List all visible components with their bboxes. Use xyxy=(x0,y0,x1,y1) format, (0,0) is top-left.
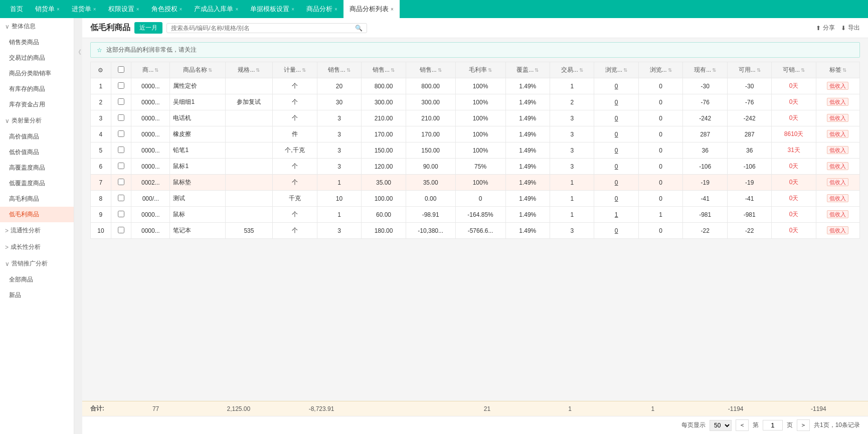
close-icon[interactable]: × xyxy=(235,7,238,12)
next-page-button[interactable]: ＞ xyxy=(797,419,810,431)
share-button[interactable]: ⬆ 分享 xyxy=(816,24,835,32)
row-checkbox[interactable] xyxy=(118,163,124,169)
cell-checkbox[interactable] xyxy=(111,223,131,239)
row-checkbox[interactable] xyxy=(118,114,124,121)
col-header-sellable[interactable]: 可销...⇅ xyxy=(772,62,816,78)
close-icon[interactable]: × xyxy=(180,7,183,12)
nav-item-销货单[interactable]: 销货单× xyxy=(29,0,66,18)
close-icon[interactable]: × xyxy=(93,7,96,12)
sidebar-group-类射量分析[interactable]: ∨类射量分析 xyxy=(0,112,74,129)
sort-icon[interactable]: ⇅ xyxy=(623,67,627,73)
cell-view1[interactable]: 0 xyxy=(594,142,638,159)
cell-checkbox[interactable] xyxy=(111,110,131,126)
row-checkbox[interactable] xyxy=(118,195,124,201)
row-checkbox[interactable] xyxy=(118,179,124,185)
sort-icon[interactable]: ⇅ xyxy=(579,67,583,73)
view1-link[interactable]: 0 xyxy=(615,163,618,170)
sort-icon[interactable]: ⇅ xyxy=(346,67,351,73)
col-header-view1[interactable]: 浏览...⇅ xyxy=(594,62,638,78)
view1-link[interactable]: 0 xyxy=(615,115,618,122)
view1-link[interactable]: 0 xyxy=(615,83,618,90)
view1-link[interactable]: 0 xyxy=(615,179,618,186)
sort-icon[interactable]: ⇅ xyxy=(757,67,761,73)
row-checkbox[interactable] xyxy=(118,130,124,137)
sort-icon[interactable]: ⇅ xyxy=(535,67,539,73)
nav-item-商品分析[interactable]: 商品分析× xyxy=(300,0,343,18)
nav-item-进货单[interactable]: 进货单× xyxy=(66,0,102,18)
nav-item-商品分析列表[interactable]: 商品分析列表× xyxy=(343,0,400,18)
select-all-checkbox[interactable] xyxy=(118,66,124,73)
row-checkbox[interactable] xyxy=(118,211,124,217)
cell-checkbox[interactable] xyxy=(111,207,131,223)
sidebar-item-高价值商品[interactable]: 高价值商品 xyxy=(0,129,74,144)
cell-view1[interactable]: 0 xyxy=(594,191,638,207)
sidebar-group-流通性分析[interactable]: >流通性分析 xyxy=(0,222,74,239)
cell-checkbox[interactable] xyxy=(111,191,131,207)
sidebar-item-低覆盖度商品[interactable]: 低覆盖度商品 xyxy=(0,176,74,191)
row-checkbox[interactable] xyxy=(118,98,124,105)
view1-link[interactable]: 0 xyxy=(615,147,618,154)
view1-link[interactable]: 0 xyxy=(615,131,618,138)
col-header-current_stock[interactable]: 现有...⇅ xyxy=(683,62,727,78)
search-input[interactable] xyxy=(171,25,355,32)
nav-item-权限设置[interactable]: 权限设置× xyxy=(102,0,145,18)
col-header-sales_profit[interactable]: 销售...⇅ xyxy=(406,62,455,78)
col-header-unit[interactable]: 计量...⇅ xyxy=(273,62,317,78)
cell-view1[interactable]: 0 xyxy=(594,159,638,175)
cell-checkbox[interactable] xyxy=(111,78,131,94)
cell-checkbox[interactable] xyxy=(111,126,131,142)
col-header-coverage[interactable]: 覆盖...⇅ xyxy=(505,62,550,78)
col-header-usable[interactable]: 可用...⇅ xyxy=(727,62,771,78)
sort-icon[interactable]: ⇅ xyxy=(712,67,716,73)
sidebar-item-库存资金占用[interactable]: 库存资金占用 xyxy=(0,97,74,112)
sort-icon[interactable]: ⇅ xyxy=(801,67,805,73)
row-checkbox[interactable] xyxy=(118,227,124,233)
close-icon[interactable]: × xyxy=(57,7,60,12)
prev-page-button[interactable]: ＜ xyxy=(736,419,749,431)
view1-link[interactable]: 0 xyxy=(615,227,618,234)
sort-icon[interactable]: ⇅ xyxy=(302,67,306,73)
view1-link[interactable]: 0 xyxy=(615,195,618,202)
nav-item-产成品入库单[interactable]: 产成品入库单× xyxy=(188,0,244,18)
sidebar-item-高毛利商品[interactable]: 高毛利商品 xyxy=(0,191,74,207)
row-checkbox[interactable] xyxy=(118,82,124,89)
col-header-gross_rate[interactable]: 毛利率⇅ xyxy=(455,62,505,78)
sidebar-item-高覆盖度商品[interactable]: 高覆盖度商品 xyxy=(0,160,74,176)
sort-icon[interactable]: ⇅ xyxy=(842,67,846,73)
date-filter-button[interactable]: 近一月 xyxy=(134,22,162,34)
view1-link[interactable]: 1 xyxy=(615,211,618,218)
row-checkbox[interactable] xyxy=(118,147,124,153)
sidebar-item-有库存的商品[interactable]: 有库存的商品 xyxy=(0,81,74,97)
sidebar-group-整体信息[interactable]: ∨整体信息 xyxy=(0,18,74,35)
cell-view1[interactable]: 0 xyxy=(594,126,638,142)
sidebar-item-新品[interactable]: 新品 xyxy=(0,287,74,303)
close-icon[interactable]: × xyxy=(391,7,394,12)
sort-icon[interactable]: ⇅ xyxy=(391,67,395,73)
col-header-code[interactable]: 商...⇅ xyxy=(131,62,170,78)
sort-icon[interactable]: ⇅ xyxy=(668,67,672,73)
cell-view1[interactable]: 0 xyxy=(594,94,638,110)
search-icon[interactable]: 🔍 xyxy=(355,25,363,32)
sidebar-item-商品分类助销率[interactable]: 商品分类助销率 xyxy=(0,66,74,81)
cell-view1[interactable]: 0 xyxy=(594,175,638,191)
cell-view1[interactable]: 0 xyxy=(594,223,638,239)
sidebar-group-成长性分析[interactable]: >成长性分析 xyxy=(0,239,74,255)
col-header-view2[interactable]: 浏览...⇅ xyxy=(638,62,682,78)
cell-checkbox[interactable] xyxy=(111,175,131,191)
cell-view1[interactable]: 1 xyxy=(594,207,638,223)
export-button[interactable]: ⬇ 导出 xyxy=(841,24,860,32)
cell-checkbox[interactable] xyxy=(111,142,131,159)
cell-view1[interactable]: 0 xyxy=(594,110,638,126)
cell-checkbox[interactable] xyxy=(111,159,131,175)
cell-view1[interactable]: 0 xyxy=(594,78,638,94)
sidebar-item-低毛利商品[interactable]: 低毛利商品 xyxy=(0,207,74,222)
col-header-trade_count[interactable]: 交易...⇅ xyxy=(550,62,594,78)
sidebar-item-交易过的商品[interactable]: 交易过的商品 xyxy=(0,50,74,66)
close-icon[interactable]: × xyxy=(334,7,337,12)
sidebar-item-低价值商品[interactable]: 低价值商品 xyxy=(0,144,74,160)
sidebar-group-营销推广分析[interactable]: ∨营销推广分析 xyxy=(0,255,74,272)
col-header-name[interactable]: 商品名称⇅ xyxy=(170,62,225,78)
cell-checkbox[interactable] xyxy=(111,94,131,110)
sort-icon[interactable]: ⇅ xyxy=(154,67,158,73)
nav-item-角色授权[interactable]: 角色授权× xyxy=(145,0,189,18)
